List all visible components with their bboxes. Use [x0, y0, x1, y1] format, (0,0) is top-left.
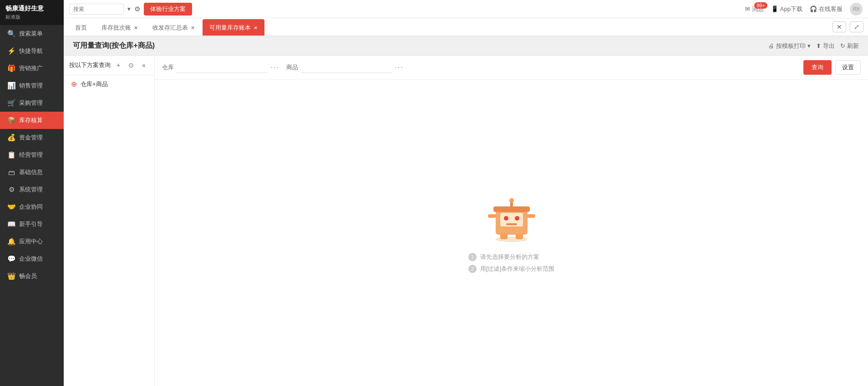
sidebar-item-label-inventory: 库存核算 — [19, 116, 43, 124]
sidebar-item-system[interactable]: ⚙系统管理 — [0, 181, 64, 198]
member-icon: 👑 — [7, 272, 15, 280]
brand-name: 畅康通好生意 — [5, 5, 58, 13]
purchase-icon: 🛒 — [7, 99, 15, 107]
query-btn[interactable]: 查询 — [803, 60, 832, 75]
refresh-btn[interactable]: ↻ 刷新 — [840, 42, 859, 50]
tabbar-actions: ✕ ⤢ — [832, 21, 863, 32]
sidebar-item-member[interactable]: 👑畅会员 — [0, 268, 64, 285]
message-icon: ✉ — [745, 5, 750, 12]
topbar-dropdown-btn[interactable]: ▾ — [127, 5, 131, 12]
svg-rect-9 — [488, 214, 496, 218]
product-more-btn[interactable]: ··· — [395, 63, 403, 72]
sidebar-item-search[interactable]: 🔍搜索菜单 — [0, 25, 64, 42]
topbar-gear-btn[interactable]: ⚙ — [134, 5, 140, 13]
sidebar-item-sales[interactable]: 📊销售管理 — [0, 77, 64, 94]
tab-summary[interactable]: 收发存汇总表✕ — [146, 19, 202, 36]
tip-row-2: 2 用[过滤]条件来缩小分析范围 — [468, 265, 554, 273]
topbar-search-input[interactable] — [69, 4, 124, 15]
msg-badge-count: 99+ — [754, 2, 767, 9]
marketing-icon: 🎁 — [7, 64, 15, 72]
operation-icon: 📋 — [7, 151, 15, 159]
svg-rect-6 — [506, 223, 517, 225]
warehouse-label: 仓库 — [162, 63, 174, 72]
sidebar-header: 畅康通好生意 标准版 — [0, 0, 64, 25]
sidebar: 畅康通好生意 标准版 🔍搜索菜单⚡快捷导航🎁营销推广📊销售管理🛒采购管理📦库存核… — [0, 0, 64, 386]
svg-point-8 — [509, 198, 514, 203]
filter-bar: 仓库 ··· 商品 ··· 查询 设置 — [155, 56, 868, 80]
product-label: 商品 — [286, 63, 298, 72]
sidebar-item-wechat[interactable]: 💬企业微信 — [0, 250, 64, 268]
empty-tips: 1 请先选择要分析的方案 2 用[过滤]条件来缩小分析范围 — [468, 253, 554, 277]
sidebar-item-purchase[interactable]: 🛒采购管理 — [0, 94, 64, 112]
sidebar-item-label-basic: 基础信息 — [19, 168, 43, 176]
sidebar-item-label-newbie: 新手引导 — [19, 220, 43, 228]
phone-icon: 📱 — [771, 5, 778, 12]
warehouse-more-btn[interactable]: ··· — [270, 63, 279, 72]
scheme-item-warehouse-product[interactable]: ⊕ 仓库+商品 — [64, 75, 154, 93]
tip-num-2: 2 — [468, 265, 477, 273]
export-btn[interactable]: ⬆ 导出 — [816, 42, 835, 50]
tip-text-1: 请先选择要分析的方案 — [480, 253, 539, 261]
sidebar-item-shortcut[interactable]: ⚡快捷导航 — [0, 42, 64, 60]
sidebar-item-label-system: 系统管理 — [19, 185, 43, 194]
svg-rect-10 — [527, 214, 535, 218]
refresh-icon: ↻ — [840, 42, 845, 49]
enterprise-icon: 🤝 — [7, 203, 15, 211]
product-input[interactable] — [301, 62, 392, 73]
topbar-experience-btn[interactable]: 体验行业方案 — [144, 3, 192, 15]
sidebar-item-newbie[interactable]: 📖新手引导 — [0, 216, 64, 233]
filter-product: 商品 ··· — [286, 62, 403, 73]
filter-warehouse: 仓库 ··· — [162, 62, 279, 73]
sidebar-item-label-operation: 经营管理 — [19, 151, 43, 159]
tab-label-available: 可用量库存账本 — [209, 24, 251, 32]
tip-row-1: 1 请先选择要分析的方案 — [468, 253, 554, 261]
topbar-right: ✉ 消息 99+ 📱 App下载 🎧 在线客服 Rit — [745, 3, 863, 15]
tip-num-1: 1 — [468, 253, 477, 261]
sidebar-item-appcenter[interactable]: 🔔应用中心 — [0, 233, 64, 250]
sidebar-item-marketing[interactable]: 🎁营销推广 — [0, 60, 64, 77]
tab-close-batch[interactable]: ✕ — [134, 25, 138, 31]
appcenter-icon: 🔔 — [7, 237, 15, 246]
sidebar-item-label-shortcut: 快捷导航 — [19, 47, 43, 55]
left-panel-header: 按以下方案查询 + ⊙ « — [64, 56, 154, 75]
tab-label-home: 首页 — [75, 24, 87, 32]
page-actions: 🖨 按模板打印 ▾ ⬆ 导出 ↻ 刷新 — [768, 42, 859, 50]
collapse-panel-btn[interactable]: « — [139, 60, 149, 70]
tab-label-batch: 库存批次账 — [102, 24, 131, 32]
topbar-message-btn[interactable]: ✉ 消息 99+ — [745, 5, 764, 13]
scheme-settings-btn[interactable]: ⊙ — [126, 60, 136, 70]
finance-icon: 💰 — [7, 134, 15, 142]
sidebar-item-label-marketing: 营销推广 — [19, 64, 43, 72]
sidebar-item-finance[interactable]: 💰资金管理 — [0, 129, 64, 146]
wechat-icon: 💬 — [7, 255, 15, 263]
sidebar-item-enterprise[interactable]: 🤝企业协同 — [0, 198, 64, 216]
avatar[interactable]: Rit — [850, 3, 863, 15]
tab-label-summary: 收发存汇总表 — [152, 24, 188, 32]
tab-home[interactable]: 首页 — [68, 19, 94, 36]
tab-batch[interactable]: 库存批次账✕ — [95, 19, 145, 36]
tabbar: 首页库存批次账✕收发存汇总表✕可用量库存账本✕ ✕ ⤢ — [64, 18, 868, 36]
sidebar-item-inventory[interactable]: 📦库存核算 — [0, 112, 64, 129]
tab-close-summary[interactable]: ✕ — [191, 25, 195, 31]
right-panel: 仓库 ··· 商品 ··· 查询 设置 — [155, 56, 868, 386]
sidebar-item-label-appcenter: 应用中心 — [19, 237, 43, 246]
topbar-support-btn[interactable]: 🎧 在线客服 — [810, 5, 843, 13]
print-template-btn[interactable]: 🖨 按模板打印 ▾ — [768, 42, 811, 50]
setting-btn[interactable]: 设置 — [835, 60, 861, 75]
svg-rect-12 — [516, 234, 523, 239]
newbie-icon: 📖 — [7, 220, 15, 228]
tab-available[interactable]: 可用量库存账本✕ — [203, 19, 264, 36]
warehouse-input[interactable] — [177, 62, 268, 73]
scheme-item-icon: ⊕ — [71, 80, 77, 88]
tabbar-expand-btn[interactable]: ⤢ — [850, 21, 863, 32]
add-scheme-btn[interactable]: + — [113, 60, 123, 70]
sidebar-item-label-finance: 资金管理 — [19, 134, 43, 142]
sidebar-item-basic[interactable]: 🗃基础信息 — [0, 164, 64, 181]
tab-close-available[interactable]: ✕ — [254, 25, 258, 31]
topbar-app-download-btn[interactable]: 📱 App下载 — [771, 5, 802, 13]
print-dropdown-icon: ▾ — [807, 42, 811, 49]
headset-icon: 🎧 — [810, 5, 817, 12]
sidebar-item-operation[interactable]: 📋经营管理 — [0, 146, 64, 164]
left-panel: 按以下方案查询 + ⊙ « ⊕ 仓库+商品 — [64, 56, 155, 386]
tabbar-close-btn[interactable]: ✕ — [832, 21, 846, 32]
